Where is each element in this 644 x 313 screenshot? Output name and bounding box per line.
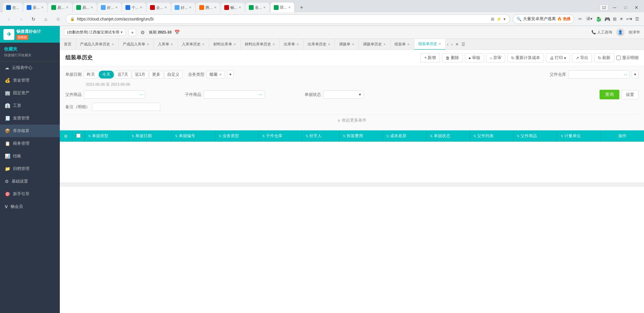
new-tab-btn[interactable]: + bbox=[297, 3, 306, 12]
th-disassemble-cost[interactable]: ⇅ 拆装费用 bbox=[339, 130, 383, 142]
reload-btn[interactable]: ↻ bbox=[29, 14, 38, 24]
status-select[interactable]: ▾ bbox=[323, 90, 364, 99]
delete-btn[interactable]: 🗑 删除 bbox=[442, 53, 463, 62]
biz-type-dropdown[interactable]: ▾ bbox=[227, 70, 234, 79]
tab-bar-next[interactable]: › bbox=[450, 39, 454, 50]
dropdown-icon[interactable]: ▾ bbox=[504, 17, 506, 22]
child-goods-ellipsis[interactable]: ··· bbox=[259, 92, 263, 97]
tab-close-5[interactable]: ✕ bbox=[233, 43, 236, 46]
date-btn-yesterday[interactable]: 昨天 bbox=[84, 71, 98, 79]
tab-assembly-hist[interactable]: 组装单历史✕ bbox=[414, 39, 446, 50]
parent-goods-ellipsis[interactable]: ··· bbox=[139, 92, 143, 97]
scissors-icon[interactable]: ✂ bbox=[577, 16, 583, 22]
tab-close-6[interactable]: ✕ bbox=[272, 43, 275, 46]
tab-close-2[interactable]: ✕ bbox=[147, 43, 149, 46]
tab-close-10[interactable]: ✕ bbox=[383, 43, 386, 46]
tab-close-9[interactable]: ✕ bbox=[352, 43, 354, 46]
user-name[interactable]: 徐泽华 bbox=[629, 30, 640, 35]
th-order-status[interactable]: ⇅ 单据状态 bbox=[426, 130, 470, 142]
tab-material-out-hist[interactable]: 材料出库单历史✕ bbox=[241, 39, 280, 50]
tab-transfer[interactable]: 调拨单✕ bbox=[335, 39, 359, 50]
export-btn[interactable]: ↗ 导出 bbox=[572, 53, 592, 62]
sidebar-item-inventory[interactable]: 📦 库存核算 bbox=[0, 125, 60, 137]
tab-assembly[interactable]: 组装单✕ bbox=[390, 39, 414, 50]
tab-out[interactable]: 出库单✕ bbox=[280, 39, 304, 50]
minimize-btn[interactable]: ─ bbox=[610, 3, 619, 12]
game-icon[interactable]: 🎮 bbox=[604, 16, 611, 22]
sidebar-item-tax[interactable]: 📋 税务管理 bbox=[0, 137, 60, 150]
tab-close-4[interactable]: ✕ bbox=[202, 43, 205, 46]
sidebar-item-finance[interactable]: 💰 资金管理 bbox=[0, 74, 60, 87]
date-btn-custom[interactable]: 自定义 bbox=[164, 71, 183, 79]
company-selector[interactable]: (勿删勿禁用) 江西服宝测试专用 ▾ bbox=[64, 29, 126, 36]
address-bar[interactable]: 🔒 https://cloud.chanjet.com/accounting/u… bbox=[66, 14, 510, 24]
menu-icon[interactable]: ☰ bbox=[634, 16, 640, 22]
th-cost-diff[interactable]: ⇅ 成本差异 bbox=[383, 130, 426, 142]
set-btn[interactable]: 设置 bbox=[621, 90, 639, 99]
sidebar-item-settings[interactable]: ⚙ 基础设置 bbox=[0, 175, 60, 188]
tab-close-12[interactable]: ✕ bbox=[439, 42, 441, 46]
th-parent-goods[interactable]: ⇅ 父件商品 bbox=[513, 130, 557, 142]
sidebar-item-reports[interactable]: ☁ 云报表中心 bbox=[0, 61, 60, 74]
tab-bar-prev[interactable]: ‹ bbox=[446, 39, 450, 50]
close-btn[interactable]: ✕ bbox=[632, 3, 641, 12]
brightness-icon[interactable]: ☀ bbox=[619, 16, 624, 22]
tab-close-11[interactable]: ✕ bbox=[407, 43, 410, 46]
forward-btn[interactable]: › bbox=[16, 14, 26, 24]
tab-home[interactable]: 首页 bbox=[60, 39, 76, 50]
parent-wh-input[interactable]: ··· bbox=[568, 70, 630, 79]
refresh-btn[interactable]: ↻ 刷新 bbox=[594, 53, 614, 62]
audit-btn[interactable]: ● 审核 bbox=[465, 53, 484, 62]
tab-close-all[interactable]: ✕ bbox=[454, 39, 460, 50]
sidebar-item-invoice[interactable]: 🧾 发票管理 bbox=[0, 112, 60, 125]
tab-close-3[interactable]: ✕ bbox=[171, 43, 173, 46]
maximize-btn[interactable]: □ bbox=[621, 3, 630, 12]
query-btn[interactable]: 查询 bbox=[600, 90, 619, 99]
calendar-icon[interactable]: 📅 bbox=[174, 30, 180, 35]
biz-type-tag-close[interactable]: ✕ bbox=[219, 73, 222, 76]
browser-tab-active[interactable]: 目... ✕ bbox=[270, 2, 295, 12]
undo-icon[interactable]: ↩▾ bbox=[626, 16, 633, 22]
date-btn-7days[interactable]: 近7天 bbox=[115, 71, 131, 79]
print-btn[interactable]: 🖨 打印 ▾ bbox=[546, 53, 570, 62]
new-btn[interactable]: + 新增 bbox=[420, 53, 440, 62]
abandon-btn[interactable]: ○ 弃审 bbox=[486, 53, 505, 62]
search-bar[interactable]: 🔍 大量安卓用户逃离 🔥 热搜 bbox=[513, 14, 574, 24]
sidebar-item-salary[interactable]: 👔 工资 bbox=[0, 99, 60, 112]
collapse-bar[interactable]: ∧ 收起更多条件 bbox=[65, 114, 639, 126]
tab-bar-menu[interactable]: ☰ bbox=[460, 39, 467, 50]
emoji-icon[interactable]: 🐉 bbox=[595, 16, 602, 22]
date-btn-1month[interactable]: 近1月 bbox=[132, 71, 149, 79]
home-btn[interactable]: ⌂ bbox=[41, 14, 51, 24]
tab-production-in[interactable]: 产成品入库单✕ bbox=[119, 39, 154, 50]
tab-close-8[interactable]: ✕ bbox=[328, 43, 331, 46]
parent-wh-dropdown[interactable]: ▾ bbox=[632, 70, 639, 79]
child-goods-input[interactable]: ··· bbox=[203, 90, 265, 99]
sidebar-item-guide[interactable]: 🎯 新手引导 bbox=[0, 188, 60, 200]
sidebar-item-assets[interactable]: 🏢 固定资产 bbox=[0, 87, 60, 99]
grid-icon[interactable]: ⊞ bbox=[612, 16, 617, 22]
translate-icon[interactable]: 译▾ bbox=[585, 16, 594, 22]
tab-close-1[interactable]: ✕ bbox=[111, 43, 114, 46]
tab-material-out[interactable]: 材料出库单✕ bbox=[209, 39, 241, 50]
th-handler[interactable]: ⇅ 经手人 bbox=[302, 130, 339, 142]
user-avatar[interactable]: 👤 bbox=[616, 28, 625, 37]
sidebar-item-archive[interactable]: 📁 归档管理 bbox=[0, 162, 60, 175]
th-unit[interactable]: ⇅ 计量单位 bbox=[557, 130, 600, 142]
th-settings[interactable]: ⚙ bbox=[60, 130, 72, 142]
tab-in[interactable]: 入库单✕ bbox=[154, 39, 178, 50]
remark-input[interactable] bbox=[92, 103, 160, 111]
th-order-type[interactable]: ⇅ 单据类型 bbox=[84, 130, 128, 142]
parent-goods-input[interactable]: ··· bbox=[84, 90, 145, 99]
date-btn-more[interactable]: 更多 bbox=[149, 71, 163, 79]
th-parent-list[interactable]: ⇅ 父件列表 bbox=[470, 130, 513, 142]
sidebar-item-member[interactable]: V 畅会员 bbox=[0, 200, 60, 213]
tab-transfer-hist[interactable]: 调拨单历史✕ bbox=[359, 39, 390, 50]
show-detail-checkbox[interactable]: 显示明细 bbox=[616, 55, 639, 61]
th-checkbox[interactable] bbox=[72, 130, 84, 142]
recalculate-btn[interactable]: ↻ 重新计算成本 bbox=[507, 53, 544, 62]
bottom-scroll[interactable] bbox=[60, 183, 644, 187]
star-btn[interactable]: ☆ bbox=[53, 14, 63, 24]
th-child-wh[interactable]: ⇅ 子件仓库 bbox=[259, 130, 302, 142]
browser-tab-7[interactable]: 好... ✕ bbox=[171, 3, 195, 12]
